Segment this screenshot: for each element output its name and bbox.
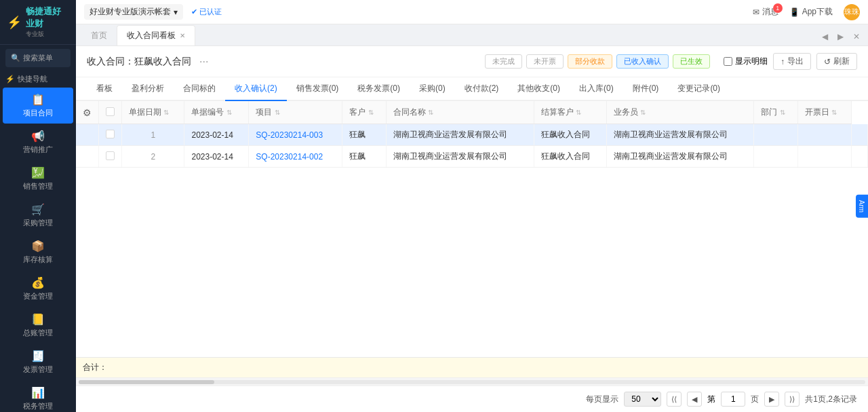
sort-sales-icon[interactable]: ⇅ [640,109,646,116]
quick-nav[interactable]: ⚡ 快捷导航 [0,71,76,87]
select-all-checkbox[interactable] [106,107,115,116]
detail-checkbox-input[interactable] [724,57,732,66]
row-settle-customer-0: 湖南卫视商业运营发展有限公司 [606,124,754,146]
th-code: 单据编号 ⇅ [184,101,249,124]
status-tag-1[interactable]: 未开票 [526,54,564,69]
sidebar-item-4[interactable]: 📦库存核算 [3,234,73,270]
row-contract-name-1: 狂飙收入合同 [534,146,606,168]
next-page-button[interactable]: ▶ [764,392,779,407]
show-detail-checkbox[interactable]: 显示明细 [724,56,768,67]
th-project: 项目 ⇅ [249,101,342,124]
sub-tab-5[interactable]: 税务发票(0) [348,77,410,101]
horizontal-scrollbar[interactable] [76,377,868,386]
sidebar-logo: ⚡ 畅捷通好业财 专业版 [0,0,76,45]
refresh-button[interactable]: ↺ 刷新 [816,53,857,70]
sidebar-item-label-2: 销售管理 [23,181,53,191]
contract-more-button[interactable]: ··· [199,56,208,68]
sub-tab-6[interactable]: 采购(0) [410,77,455,101]
row-settle-customer-1: 湖南卫视商业运营发展有限公司 [606,146,754,168]
contract-status-tags: 未完成未开票部分收款已收入确认已生效 [485,54,710,69]
th-date: 单据日期 ⇅ [122,101,184,124]
sort-dept-icon[interactable]: ⇅ [780,109,785,116]
row-check-1[interactable] [99,146,122,168]
sort-date-icon[interactable]: ⇅ [163,109,169,116]
sub-tab-2[interactable]: 合同标的 [174,77,225,101]
sub-tab-4[interactable]: 销售发票(0) [287,77,349,101]
logo-sub-text: 专业版 [26,30,69,39]
scrollbar-thumb[interactable] [79,380,214,384]
export-button[interactable]: ↑ 导出 [773,53,811,70]
sidebar-item-1[interactable]: 📢营销推广 [3,124,73,160]
sidebar-item-label-8: 税务管理 [23,401,53,411]
sidebar-item-5[interactable]: 💰资金管理 [3,271,73,307]
sidebar-item-7[interactable]: 🧾发票管理 [3,344,73,380]
sub-tab-8[interactable]: 其他收支(0) [508,77,570,101]
page-input[interactable] [721,392,745,407]
contract-title: 收入合同：狂飙收入合同 [87,56,191,68]
sort-open-icon[interactable]: ⇅ [831,109,837,116]
status-tag-2[interactable]: 部分收款 [568,54,612,69]
message-icon: ✉ [753,7,760,17]
arm-float-button[interactable]: Arm [856,194,868,217]
search-icon: 🔍 [11,54,20,62]
status-tag-0[interactable]: 未完成 [485,54,522,69]
download-icon: 📱 [789,7,800,17]
sort-contract-icon[interactable]: ⇅ [428,109,433,116]
per-page-select[interactable]: 20 50 100 [624,392,661,407]
row-checkbox-1[interactable] [106,151,115,160]
row-code-link-1[interactable]: SQ-20230214-002 [256,152,323,162]
settings-icon[interactable]: ⚙ [83,107,92,118]
sub-tab-0[interactable]: 看板 [87,77,122,101]
tab-contract-board[interactable]: 收入合同看板 ✕ [117,25,195,45]
table-area[interactable]: ⚙ 单据日期 ⇅ 单据编号 ⇅ 项目 ⇅ 客户 ⇅ 合同名称 ⇅ 结算客户 ⇅ … [76,101,868,357]
sub-tab-10[interactable]: 附件(0) [623,77,669,101]
row-check-0[interactable] [99,124,122,146]
row-code-0[interactable]: SQ-20230214-003 [249,124,342,146]
prev-page-button[interactable]: ◀ [687,392,702,407]
sidebar-item-6[interactable]: 📒总账管理 [3,307,73,343]
row-date-1: 2023-02-14 [184,146,249,168]
sidebar-item-0[interactable]: 📋项目合同 [3,88,73,124]
row-action-1 [76,146,99,168]
message-button[interactable]: ✉ 1 消息 [753,6,778,18]
sub-tab-11[interactable]: 变更记录(0) [668,77,730,101]
nav-icon: ⚡ [5,75,15,83]
sub-tab-3[interactable]: 收入确认(2) [225,77,287,101]
sub-tab-9[interactable]: 出入库(0) [570,77,623,101]
row-department-1 [798,146,852,168]
tab-close-icon[interactable]: ✕ [180,32,185,39]
sidebar-item-2[interactable]: 💹销售管理 [3,161,73,197]
sidebar-item-label-1: 营销推广 [23,145,53,155]
sort-customer-icon[interactable]: ⇅ [368,109,374,116]
th-check [99,101,122,124]
app-download-button[interactable]: 📱 App下载 [789,6,833,18]
first-page-button[interactable]: ⟨⟨ [667,392,682,407]
th-contract-name: 合同名称 ⇅ [387,101,534,124]
company-selector[interactable]: 好业财专业版演示帐套 ▾ [84,4,183,20]
sidebar-item-8[interactable]: 📊税务管理 [3,381,73,412]
topbar-right: ✉ 1 消息 📱 App下载 珠珠 [753,4,860,20]
row-num-0: 1 [122,124,184,146]
sub-tab-1[interactable]: 盈利分析 [122,77,174,101]
row-checkbox-0[interactable] [106,130,115,138]
sort-project-icon[interactable]: ⇅ [275,109,280,116]
row-code-link-0[interactable]: SQ-20230214-003 [256,130,323,140]
tab-prev-button[interactable]: ◀ [819,31,831,43]
sub-tab-7[interactable]: 收付款(2) [455,77,509,101]
row-code-1[interactable]: SQ-20230214-002 [249,146,342,168]
th-salesperson: 业务员 ⇅ [606,101,754,124]
sort-code-icon[interactable]: ⇅ [226,109,232,116]
tab-home[interactable]: 首页 [81,26,117,45]
sidebar-item-label-5: 资金管理 [23,291,53,301]
pagination: 每页显示 20 50 100 ⟨⟨ ◀ 第 页 ▶ ⟩⟩ 共1页,2条记录 [76,386,868,412]
status-tag-3[interactable]: 已收入确认 [616,54,669,69]
sidebar-search[interactable]: 🔍 搜索菜单 [5,49,71,67]
tab-close-all-button[interactable]: ✕ [850,31,863,43]
row-date-0: 2023-02-14 [184,124,249,146]
sort-settle-icon[interactable]: ⇅ [576,109,581,116]
sidebar-item-3[interactable]: 🛒采购管理 [3,198,73,233]
avatar[interactable]: 珠珠 [844,4,860,20]
tab-next-button[interactable]: ▶ [835,31,846,43]
status-tag-4[interactable]: 已生效 [673,54,710,69]
last-page-button[interactable]: ⟩⟩ [785,392,800,407]
